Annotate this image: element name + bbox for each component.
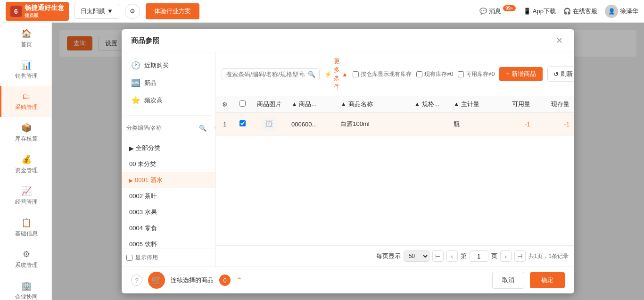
sidebar-label-inventory: 库存核算 xyxy=(15,135,38,143)
sidebar-item-finance[interactable]: 💰 资金管理 xyxy=(0,149,51,180)
sidebar-item-basic[interactable]: 📋 基础信息 xyxy=(0,212,51,243)
tab-new-product[interactable]: 🆕 新品 xyxy=(126,75,211,91)
row-img-cell: 🖼 xyxy=(251,113,287,136)
modal-close-button[interactable]: ✕ xyxy=(553,35,565,46)
total-info: 共1页，1条记录 xyxy=(528,252,569,260)
col-header-unit[interactable]: ▲ 主计量 xyxy=(449,96,486,113)
col-header-check[interactable] xyxy=(234,96,252,113)
select-all-checkbox[interactable] xyxy=(239,100,246,107)
row-seq: 1 xyxy=(216,113,234,136)
sidebar-item-enterprise[interactable]: 🏢 企业协同 xyxy=(0,275,51,300)
product-table: ⚙ 商品图片 ▲ 商品... xyxy=(216,96,574,136)
modal-overlay: 商品参照 ✕ 🕐 近期购买 🆕 xyxy=(52,23,644,300)
more-filter-button[interactable]: ⚡ 更多条件 ▲ xyxy=(324,57,348,91)
add-product-button[interactable]: + 新增商品 xyxy=(499,67,542,81)
app-download-button[interactable]: 📱 App下载 xyxy=(523,7,556,16)
row-spec-cell xyxy=(409,113,448,136)
content-area: 查询 设置 刷新 商品参照 ✕ 🕐 xyxy=(52,23,644,300)
refresh-icon: ↺ xyxy=(553,71,559,78)
settings-gear-button[interactable]: ⚙ xyxy=(125,4,140,19)
category-0001[interactable]: ▶ 0001 酒水 xyxy=(122,172,215,188)
warehouse-stock-checkbox-label[interactable]: 按仓库显示现有库存 xyxy=(353,70,412,78)
basic-icon: 📋 xyxy=(21,217,32,228)
col-header-code[interactable]: ▲ 商品... xyxy=(287,96,336,113)
row-checkbox[interactable] xyxy=(239,120,246,126)
last-page-button[interactable]: ⊣ xyxy=(514,250,526,262)
sidebar-item-system[interactable]: ⚙ 系统管理 xyxy=(0,243,51,275)
col-header-spec[interactable]: ▲ 规格... xyxy=(409,96,448,113)
logo-icon: 6 xyxy=(10,6,22,17)
filter-icon: ⚡ xyxy=(324,71,332,78)
filter-label: 更多条件 xyxy=(334,57,340,91)
category-0005-label: 0005 饮料 xyxy=(129,240,157,249)
recent-icon: 🕐 xyxy=(131,61,140,70)
confirm-button[interactable]: 确定 xyxy=(530,272,565,288)
product-search-box[interactable]: 🔍 xyxy=(222,68,320,80)
row-code-cell: 000600... xyxy=(287,113,336,136)
home-icon: 🏠 xyxy=(21,28,32,39)
cart-icon: 🛒 xyxy=(151,275,162,285)
sidebar-label-basic: 基础信息 xyxy=(15,230,38,238)
message-label: 消息 xyxy=(489,7,501,16)
first-page-button[interactable]: ⊢ xyxy=(432,250,444,262)
category-search-input[interactable] xyxy=(126,125,197,131)
message-button[interactable]: 💬 消息 99+ xyxy=(479,7,516,16)
category-0003[interactable]: 0003 水果 xyxy=(122,204,215,220)
page-size-select[interactable]: 50 100 200 xyxy=(404,250,429,262)
cart-icon-button[interactable]: 🛒 xyxy=(148,272,165,289)
sidebar-item-home[interactable]: 🏠 首页 xyxy=(0,23,51,54)
col-header-stock: 现存量 xyxy=(535,96,574,113)
sidebar-label-sales: 销售管理 xyxy=(15,72,38,80)
panel-collapse-button[interactable]: 《 xyxy=(211,123,216,133)
category-00[interactable]: 00 未分类 xyxy=(122,156,215,172)
tab-frequent[interactable]: ⭐ 频次高 xyxy=(126,92,211,108)
sidebar-item-purchase[interactable]: 🗂 采购管理 xyxy=(0,86,51,117)
col-header-settings[interactable]: ⚙ xyxy=(216,96,234,113)
tab-recent-label: 近期购买 xyxy=(144,61,169,70)
existing-stock-checkbox[interactable] xyxy=(416,71,422,77)
sidebar-label-enterprise: 企业协同 xyxy=(15,293,38,300)
sidebar-item-sales[interactable]: 📊 销售管理 xyxy=(0,54,51,86)
col-header-available: 可用量 xyxy=(486,96,535,113)
row-checkbox-cell[interactable] xyxy=(234,113,252,136)
sidebar-item-inventory[interactable]: 📦 库存核算 xyxy=(0,117,51,149)
help-icon: ? xyxy=(135,277,138,284)
table-header-row: ⚙ 商品图片 ▲ 商品... xyxy=(216,96,574,113)
filter-arrow-icon: ▲ xyxy=(342,71,348,78)
existing-stock-checkbox-label[interactable]: 现有库存≠0 xyxy=(416,70,453,78)
gear-icon: ⚙ xyxy=(130,8,135,15)
category-0005[interactable]: 0005 饮料 xyxy=(122,236,215,249)
page-number-input[interactable] xyxy=(470,250,488,262)
sidebar-item-operation[interactable]: 📈 经营管理 xyxy=(0,180,51,212)
product-table-container: ⚙ 商品图片 ▲ 商品... xyxy=(216,96,574,245)
help-button[interactable]: ? xyxy=(131,275,142,286)
online-service-button[interactable]: 🎧 在线客服 xyxy=(563,7,597,16)
new-icon: 🆕 xyxy=(131,78,140,87)
category-search-icon[interactable]: 🔍 xyxy=(199,125,206,132)
collapse-up-button[interactable]: ⌃ xyxy=(236,276,242,285)
modal-title: 商品参照 xyxy=(131,36,159,45)
refresh-button[interactable]: ↺ 刷新 xyxy=(547,67,574,82)
tab-recent-purchase[interactable]: 🕐 近期购买 xyxy=(126,57,211,74)
trial-button[interactable]: 体验行业方案 xyxy=(146,3,199,19)
available-stock-checkbox[interactable] xyxy=(458,71,464,77)
category-0004[interactable]: 0004 零食 xyxy=(122,220,215,236)
category-0002[interactable]: 0002 茶叶 xyxy=(122,188,215,204)
category-all[interactable]: ▶ 全部分类 xyxy=(122,140,215,156)
prev-page-button[interactable]: ‹ xyxy=(446,250,458,262)
left-panel-tabs: 🕐 近期购买 🆕 新品 ⭐ 频次高 xyxy=(122,52,215,113)
main-layout: 🏠 首页 📊 销售管理 🗂 采购管理 📦 库存核算 💰 资金管理 📈 经营管理 … xyxy=(0,23,644,300)
logo[interactable]: 6 畅捷通好生意 捷员版 xyxy=(6,2,69,21)
warehouse-stock-checkbox[interactable] xyxy=(353,71,359,77)
next-page-button[interactable]: › xyxy=(500,250,512,262)
sidebar-label-home: 首页 xyxy=(21,41,32,49)
product-search-input[interactable] xyxy=(226,71,305,78)
store-dropdown[interactable]: 日太阳膜 ▼ xyxy=(74,4,119,19)
col-header-name[interactable]: ▲ 商品名称 xyxy=(336,96,409,113)
category-0001-label: 0001 酒水 xyxy=(135,176,163,184)
table-row[interactable]: 1 🖼 000600... 白酒100ml xyxy=(216,113,574,136)
cancel-button[interactable]: 取消 xyxy=(492,272,524,289)
show-disabled-checkbox[interactable] xyxy=(126,255,132,261)
available-stock-checkbox-label[interactable]: 可用库存≠0 xyxy=(458,70,495,78)
user-button[interactable]: 👤 徐泽华 xyxy=(605,5,638,18)
